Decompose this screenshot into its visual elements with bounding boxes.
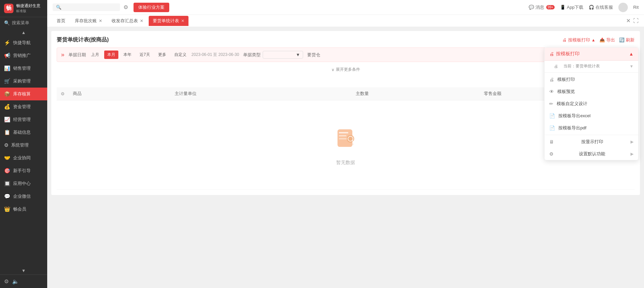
print-icon: 🖨 <box>562 37 567 42</box>
export-pdf-label: 按模板导出pdf <box>558 125 586 131</box>
type-select-arrow: ▼ <box>296 52 300 57</box>
sidebar-item-apps[interactable]: 🔲 应用中心 <box>0 177 47 190</box>
export-excel-label: 按模板导出excel <box>558 113 590 119</box>
empty-icon <box>332 124 359 156</box>
dropdown-default-settings[interactable]: ⚙ 设置默认功能 ▶ <box>545 148 638 160</box>
template-custom-label: 模板自定义设计 <box>557 101 587 107</box>
sidebar-nav: ⚡ 快捷导航 📢 营销推广 📊 销售管理 🛒 采购管理 📦 库存核算 💰 资金管… <box>0 36 47 267</box>
app-download-item[interactable]: 📱 App下载 <box>560 4 583 10</box>
service-label: 在线客服 <box>595 4 613 10</box>
sound-footer-icon[interactable]: 🔈 <box>12 278 19 285</box>
type-select[interactable]: ▼ <box>263 51 303 59</box>
table-gear-icon[interactable]: ⚙ <box>61 91 65 96</box>
dropdown-export-pdf[interactable]: 📄 按模板导出pdf <box>545 122 638 134</box>
display-print-icon: 🖥 <box>549 139 554 145</box>
col-unit: 主计量单位 <box>171 87 352 100</box>
sidebar-item-wechat[interactable]: 💬 企业微信 <box>0 190 47 203</box>
sidebar-item-sales[interactable]: 📊 销售管理 <box>0 62 47 75</box>
tab-inventory-batch[interactable]: 库存批次账 ✕ <box>71 16 106 26</box>
settings-footer-icon[interactable]: ⚙ <box>4 278 9 285</box>
refresh-btn[interactable]: 🔄 刷新 <box>619 37 635 43</box>
dropdown-template-print[interactable]: 🖨 模板打印 <box>545 73 638 86</box>
tab-home[interactable]: 首页 <box>53 16 69 26</box>
table-settings-header: ⚙ <box>57 87 69 100</box>
online-service-item[interactable]: 🎧 在线客服 <box>589 4 613 10</box>
export-icon: 📤 <box>599 37 605 42</box>
date-btn-7days[interactable]: 近7天 <box>137 51 153 59</box>
export-excel-icon: 📄 <box>549 113 555 119</box>
dropdown-template-preview[interactable]: 👁 模板预览 <box>545 86 638 98</box>
sidebar-item-basic[interactable]: 📋 基础信息 <box>0 126 47 139</box>
export-pdf-icon: 📄 <box>549 125 555 131</box>
tab-receipt-summary-close[interactable]: ✕ <box>140 19 143 23</box>
cargo-filter-label: 要货仓 <box>307 52 320 58</box>
date-btn-last-month[interactable]: 上月 <box>88 51 102 59</box>
sidebar-item-marketing[interactable]: 📢 营销推广 <box>0 49 47 62</box>
sidebar-scroll-up[interactable]: ▲ <box>0 29 47 36</box>
dropdown-export-excel[interactable]: 📄 按模板导出excel <box>545 110 638 122</box>
date-filter-label: 单据日期 <box>68 52 86 58</box>
sidebar-item-inventory[interactable]: 📦 库存核算 <box>0 88 47 100</box>
sidebar-item-purchase[interactable]: 🛒 采购管理 <box>0 75 47 88</box>
sidebar-item-quick-nav[interactable]: ⚡ 快捷导航 <box>0 36 47 49</box>
operation-icon: 📈 <box>4 117 10 123</box>
tab-inventory-batch-close[interactable]: ✕ <box>99 19 102 23</box>
sales-icon: 📊 <box>4 65 10 71</box>
page-content: 要货单统计表(按商品) 🖨 按模板打印 ▲ 📤 导出 🔄 刷新 <box>47 27 644 288</box>
export-label: 导出 <box>606 37 615 43</box>
purchase-icon: 🛒 <box>4 78 10 84</box>
topbar: 🔍 ⚙ 体验行业方案 💬 消息 99+ 📱 App下载 🎧 在线客服 Rit <box>47 0 644 15</box>
expand-label: 展开更多条件 <box>336 67 360 72</box>
date-btn-custom[interactable]: 自定义 <box>171 51 189 59</box>
default-settings-arrow: ▶ <box>631 152 634 156</box>
tab-home-label: 首页 <box>57 18 65 24</box>
refresh-label: 刷新 <box>626 37 635 43</box>
sidebar-item-guide[interactable]: 🎯 新手引导 <box>0 164 47 177</box>
sidebar-item-label: 新手引导 <box>13 168 31 174</box>
tab-close-button[interactable]: ✕ <box>626 18 631 24</box>
sidebar-item-operation[interactable]: 📈 经营管理 <box>0 113 47 126</box>
filter-toggle-icon[interactable]: » <box>61 51 64 58</box>
col-quantity: 主数量 <box>352 87 480 100</box>
export-btn[interactable]: 📤 导出 <box>599 37 615 43</box>
sidebar-item-finance[interactable]: 💰 资金管理 <box>0 100 47 113</box>
sidebar-item-collab[interactable]: 🤝 企业协同 <box>0 152 47 164</box>
tab-order-stats-close[interactable]: ✕ <box>181 19 184 23</box>
page-actions: 🖨 按模板打印 ▲ 📤 导出 🔄 刷新 <box>562 37 635 43</box>
guide-icon: 🎯 <box>4 168 10 174</box>
sidebar-item-label: 快捷导航 <box>13 40 31 46</box>
experience-button[interactable]: 体验行业方案 <box>134 3 169 12</box>
topbar-search[interactable]: 🔍 <box>53 3 120 11</box>
date-btn-more[interactable]: 更多 <box>155 51 169 59</box>
notification-label: 消息 <box>535 4 544 10</box>
collab-icon: 🤝 <box>4 155 10 161</box>
print-template-btn[interactable]: 🖨 按模板打印 ▲ <box>562 37 595 43</box>
tab-maximize-button[interactable]: ⛶ <box>633 18 639 24</box>
sidebar-scroll-down[interactable]: ▼ <box>0 267 47 275</box>
print-template-dropdown: 🖨 按模板打印 ▲ 🖨 当前：要货单统计表 ▼ 🖨 模板打印 👁 模板预览 ✏ <box>544 47 639 160</box>
print-template-label: 按模板打印 <box>568 37 590 43</box>
tab-order-stats[interactable]: 要货单统计表 ✕ <box>149 16 188 26</box>
tab-receipt-summary[interactable]: 收发存汇总表 ✕ <box>108 16 147 26</box>
member-icon: 👑 <box>4 206 10 212</box>
date-btn-this-month[interactable]: 本月 <box>104 51 118 59</box>
app-download-label: App下载 <box>567 4 583 10</box>
dropdown-template-custom[interactable]: ✏ 模板自定义设计 <box>545 98 638 110</box>
user-avatar[interactable] <box>618 3 628 12</box>
date-btn-this-year[interactable]: 本年 <box>120 51 135 59</box>
topbar-gear-icon[interactable]: ⚙ <box>123 4 128 10</box>
current-item-icon: 🖨 <box>554 64 558 69</box>
sidebar-search[interactable]: 🔍 搜索菜单 <box>0 17 47 29</box>
app-download-icon: 📱 <box>560 5 565 10</box>
username-label: Rit <box>633 5 639 10</box>
tab-receipt-summary-label: 收发存汇总表 <box>112 18 138 24</box>
notification-item[interactable]: 💬 消息 99+ <box>529 4 555 10</box>
sidebar-item-system[interactable]: ⚙ 系统管理 <box>0 139 47 152</box>
dropdown-collapse-icon[interactable]: ▲ <box>629 51 634 57</box>
expand-icon: ∨ <box>331 67 334 72</box>
dropdown-current-item[interactable]: 🖨 当前：要货单统计表 ▼ <box>545 61 638 72</box>
tab-order-stats-label: 要货单统计表 <box>153 18 179 24</box>
dropdown-display-print[interactable]: 🖥 按显示打印 ▶ <box>545 136 638 148</box>
tabs-bar: 首页 库存批次账 ✕ 收发存汇总表 ✕ 要货单统计表 ✕ ✕ ⛶ <box>47 15 644 27</box>
sidebar-item-member[interactable]: 👑 畅会员 <box>0 203 47 216</box>
